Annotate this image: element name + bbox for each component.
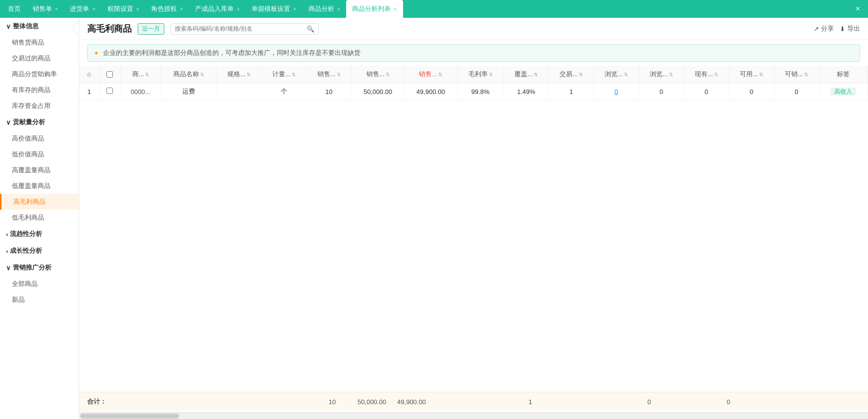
col-sales-cost[interactable]: 销售... ⇅ [404,66,457,83]
footer-trades: 1 [511,398,550,406]
tab-role[interactable]: 角色授权 × [145,0,189,18]
search-icon[interactable]: 🔍 [306,25,314,33]
sort-icon-spec: ⇅ [247,72,251,77]
content-area: 高毛利商品 近一月 🔍 ↗ 分享 ⬇ 导出 ✦ 企业的主要的利润都是这部分商品创… [79,18,868,419]
footer-stock-cur: 0 [629,398,669,406]
share-button[interactable]: ↗ 分享 [814,24,834,33]
content-header: 高毛利商品 近一月 🔍 ↗ 分享 ⬇ 导出 [79,18,868,40]
col-unit[interactable]: 计量... ⇅ [261,66,306,83]
col-stock-avail[interactable]: 可用... ⇅ [729,66,774,83]
info-banner: ✦ 企业的主要的利润都是这部分商品创造的，可考虑加大推广，同时关注库存是不要出现… [87,44,860,62]
sidebar-item-purchase-rate[interactable]: 商品分货助购率 [0,66,79,82]
sidebar-item-in-stock[interactable]: 有库存的商品 [0,82,79,98]
sidebar-item-new-goods[interactable]: 新品 [0,292,79,308]
sidebar-item-stock-fund[interactable]: 库存资金占用 [0,98,79,114]
tab-produce-close[interactable]: × [237,6,240,12]
window-close-button[interactable]: × [850,4,866,13]
footer-sales-cost: 49,900.00 [392,398,431,406]
search-input[interactable] [175,25,304,32]
footer-empty7 [471,398,511,406]
cell-seq: 1 [79,83,100,100]
time-filter-badge[interactable]: 近一月 [138,23,164,35]
top-nav: 首页 销售单 × 进货单 × 权限设置 × 角色授权 × 产成品入库单 × 单据… [0,0,868,18]
select-all-checkbox[interactable] [106,71,113,78]
tab-permission-close[interactable]: × [136,6,139,12]
col-views1[interactable]: 浏览... ⇅ [594,66,639,83]
tab-sales[interactable]: 销售单 × [27,0,64,18]
cell-spec [216,83,261,100]
sidebar-group-overall[interactable]: ∨ 整体信息 [0,18,79,35]
sidebar-item-all-goods[interactable]: 全部商品 [0,276,79,292]
sidebar-item-traded-goods[interactable]: 交易过的商品 [0,50,79,66]
cell-stock-avail: 0 [729,83,774,100]
cell-code[interactable]: 0000... [120,83,160,100]
data-table: ☆ 商... ⇅ 商品名称 [79,66,868,100]
col-sales-qty[interactable]: 销售... ⇅ [306,66,352,83]
tab-template[interactable]: 单据模板设置 × [246,0,302,18]
sidebar-group-trend[interactable]: › 流趋性分析 [0,226,79,242]
col-star: ☆ [79,66,100,83]
tab-purchase-close[interactable]: × [92,6,95,12]
tab-role-close[interactable]: × [180,6,183,12]
export-button[interactable]: ⬇ 导出 [840,24,860,33]
page-title: 高毛利商品 [87,23,132,35]
sidebar-item-low-value[interactable]: 低价值商品 [0,146,79,162]
info-icon: ✦ [94,49,99,57]
col-gross-rate[interactable]: 毛利率 ⇅ [457,66,504,83]
sort-icon-trades: ⇅ [579,72,583,77]
sidebar-group-growth[interactable]: › 成长性分析 [0,242,79,259]
sort-icon-coverage: ⇅ [534,72,538,77]
cell-check[interactable] [100,83,121,100]
cell-sales-qty: 10 [306,83,352,100]
col-trades[interactable]: 交易... ⇅ [549,66,594,83]
footer-sales-qty: 10 [312,398,352,406]
cell-unit: 个 [261,83,306,100]
col-coverage[interactable]: 覆盖... ⇅ [504,66,549,83]
footer-empty3 [194,398,233,406]
col-sales-amount[interactable]: 销售... ⇅ [352,66,405,83]
sidebar-item-high-margin[interactable]: 高毛利商品 [0,194,79,210]
col-code[interactable]: 商... ⇅ [120,66,160,83]
sort-icon-sales-cost: ⇅ [438,72,442,77]
tab-permission[interactable]: 权限设置 × [102,0,145,18]
tab-produce[interactable]: 产成品入库单 × [189,0,246,18]
table-wrapper: ☆ 商... ⇅ 商品名称 [79,66,868,419]
sidebar-item-low-coverage[interactable]: 低覆盖量商品 [0,178,79,194]
export-icon: ⬇ [840,25,845,33]
sidebar-item-low-margin[interactable]: 低毛利商品 [0,210,79,226]
sidebar-item-high-value[interactable]: 高价值商品 [0,131,79,146]
tab-analysis-close[interactable]: × [337,6,340,12]
sidebar-group-contribution[interactable]: ∨ 贡献量分析 [0,114,79,131]
cell-views1[interactable]: 0 [594,83,639,100]
cell-sales-cost: 49,900.00 [404,83,457,100]
col-views2[interactable]: 浏览... ⇅ [639,66,684,83]
tab-analysis-list[interactable]: 商品分析列表 × [346,0,403,18]
sidebar-item-high-coverage[interactable]: 高覆盖量商品 [0,162,79,178]
col-name[interactable]: 商品名称 ⇅ [160,66,216,83]
cell-stock-sell: 0 [774,83,819,100]
sort-icon-views1: ⇅ [624,72,628,77]
col-stock-sell[interactable]: 可销... ⇅ [774,66,819,83]
tab-analysis-list-close[interactable]: × [394,6,397,12]
cell-coverage: 1.49% [504,83,549,100]
footer-cells: 10 50,000.00 49,900.00 1 0 0 [114,398,860,406]
tab-home[interactable]: 首页 [2,0,27,18]
tab-analysis[interactable]: 商品分析 × [303,0,346,18]
tab-sales-close[interactable]: × [55,6,58,12]
tab-template-close[interactable]: × [293,6,296,12]
table-row: 1 0000... 运费 个 10 50,000.00 49,900.00 99… [79,83,868,100]
footer-empty6 [431,398,471,406]
footer-stock-sell: 0 [709,398,748,406]
sidebar-item-sales-goods[interactable]: 销售货商品 [0,35,79,50]
sort-icon-stock-sell: ⇅ [804,72,808,77]
col-spec[interactable]: 规格... ⇅ [216,66,261,83]
tab-purchase[interactable]: 进货单 × [64,0,101,18]
sort-icon-sales-amount: ⇅ [386,72,390,77]
col-stock-cur[interactable]: 现有... ⇅ [684,66,729,83]
sidebar-group-marketing[interactable]: ∨ 营销推广分析 [0,259,79,276]
header-actions: ↗ 分享 ⬇ 导出 [814,24,860,33]
scrollbar-thumb[interactable] [80,414,179,419]
horizontal-scrollbar[interactable] [79,412,868,419]
row-checkbox[interactable] [106,88,113,94]
col-check[interactable] [100,66,121,83]
